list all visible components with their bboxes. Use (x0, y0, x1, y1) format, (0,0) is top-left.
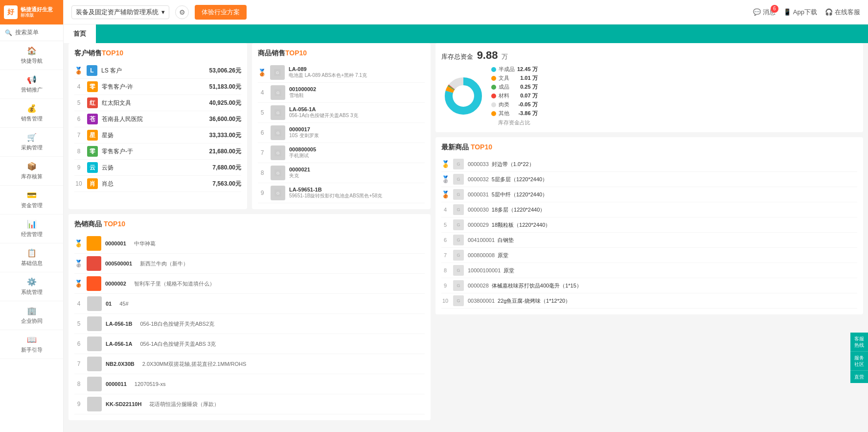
new-product-name: 5层中纤（1220*2440） (492, 191, 548, 198)
sidebar-item-basic-info[interactable]: 📋基础信息 (0, 243, 63, 272)
hot-product-name: 056-1A白色按键开关盖ABS 3克 (140, 340, 216, 348)
sidebar-item-sales[interactable]: 💰销售管理 (0, 99, 63, 128)
new-products-title: 最新商品 TOP10 (441, 143, 857, 152)
direct-button[interactable]: 直营 (850, 371, 868, 383)
new-product-row: 6 G 004100001 白钢垫 (441, 233, 857, 248)
svg-text:G: G (276, 111, 279, 115)
rank-number: 10 (441, 298, 449, 304)
customer-icon: 零 (87, 146, 98, 157)
product-info: 0000021 夹克 (289, 167, 425, 179)
sidebar-item-inventory[interactable]: 📦库存核算 (0, 157, 63, 186)
hot-product-thumbnail (87, 256, 101, 271)
rank-number: 4 (258, 89, 267, 96)
product-rank-row: 6 G 0000017 10S 变刺罗浆 (258, 123, 425, 143)
system-icon: ⚙️ (27, 277, 37, 287)
customer-icon: 苍 (87, 114, 98, 124)
new-product-code: 0000031 (468, 192, 489, 197)
hot-product-name: 新西兰牛肉（新牛） (140, 260, 188, 267)
new-product-name: 白钢垫 (498, 237, 514, 244)
tab-bar: 首页 (64, 24, 868, 43)
hot-product-row: 🥇 0000001 中华神葛 (74, 234, 425, 254)
trial-button[interactable]: 体验行业方案 (195, 5, 247, 20)
new-product-name: 体械嘉枝味苏打饮品400毫升（1*15） (492, 282, 582, 289)
customer-rank-title: 客户销售TOP10 (74, 49, 241, 58)
app-logo: 好 畅捷通好生意 标准版 (0, 0, 63, 24)
rank-number: 8 (74, 148, 83, 155)
rank-number: 4 (74, 83, 83, 90)
online-service-button[interactable]: 🎧 在线客服 (825, 8, 860, 17)
new-product-code: 004100001 (468, 237, 495, 243)
system-selector[interactable]: 装备及固定资产辅助管理系统 ▾ (71, 5, 169, 19)
product-thumbnail: G (271, 166, 285, 180)
customer-rank-panel: 客户销售TOP10 🥉 L LS 客户 53,006.26元 4 零 零售客户-… (69, 43, 247, 209)
new-product-code: 0000032 (468, 176, 489, 182)
legend-value: 1.01 万 (520, 74, 537, 82)
new-product-name: 封边带（1.0*22） (492, 161, 534, 168)
logo-text: 畅捷通好生意 标准版 (21, 6, 53, 19)
tab-home[interactable]: 首页 (64, 24, 96, 43)
sidebar-item-quick-nav[interactable]: 🏠快捷导航 (0, 41, 63, 70)
service-community-button[interactable]: 服务社区 (850, 352, 868, 371)
rank-number: 6 (74, 340, 83, 347)
app-download-button[interactable]: 📱 App下载 (783, 8, 817, 17)
customer-rank-row: 4 零 零售客户-许 51,183.00元 (74, 79, 241, 95)
inventory-total: 库存总资金 9.88 万 (441, 49, 857, 62)
new-product-code: 0000028 (468, 283, 489, 288)
rank-medal: 🥉 (74, 67, 83, 74)
customer-icon: 红 (87, 97, 98, 108)
sidebar-item-guide[interactable]: 📖新手引导 (0, 330, 63, 359)
customer-icon: 云 (87, 162, 98, 173)
inventory-label: 库存资金占比 (491, 119, 538, 126)
rank-number: 4 (441, 207, 449, 213)
messages-button[interactable]: 💬 消息 6 (753, 8, 776, 17)
sidebar-item-marketing[interactable]: 📢营销推广 (0, 70, 63, 99)
hot-product-name: 45# (119, 301, 128, 307)
customer-name: 云扬 (102, 164, 208, 172)
sidebar-item-operation[interactable]: 📊经营管理 (0, 215, 63, 243)
rank-medal: 🥈 (441, 175, 449, 183)
dual-top-panel: 客户销售TOP10 🥉 L LS 客户 53,006.26元 4 零 零售客户-… (69, 43, 431, 209)
new-product-thumbnail: G (453, 235, 464, 245)
new-product-name: 5层多层（1220*2440） (492, 176, 548, 183)
customer-service-button[interactable]: 客服热线 (850, 333, 868, 352)
marketing-icon: 📢 (27, 75, 37, 84)
product-info: 001000002 雪地鞋 (289, 86, 425, 99)
product-thumbnail: G (271, 145, 285, 160)
sidebar-item-enterprise[interactable]: 🏢企业协同 (0, 301, 63, 330)
new-product-thumbnail: G (453, 219, 464, 230)
hot-products-list: 🥇 0000001 中华神葛 🥈 000500001 新西兰牛肉（新牛） 🥉 0… (74, 234, 425, 414)
legend-dot (491, 67, 496, 72)
rank-medal: 🥉 (74, 280, 83, 288)
svg-text:G: G (276, 71, 279, 75)
product-thumbnail: G (271, 125, 285, 140)
svg-text:G: G (276, 131, 279, 135)
new-product-row: 4 G 0000030 18多层（1220*2440） (441, 202, 857, 217)
rank-number: 9 (74, 401, 83, 408)
left-panels: 客户销售TOP10 🥉 L LS 客户 53,006.26元 4 零 零售客户-… (64, 43, 435, 432)
new-product-row: 🥈 G 0000032 5层多层（1220*2440） (441, 172, 857, 187)
inventory-donut-chart (441, 74, 485, 118)
product-rank-list: 🥉 G LA-089 电池盖 LA-089 ABS本色+黑种 7.1克 4 G … (258, 63, 425, 203)
hot-product-row: 🥈 000500001 新西兰牛肉（新牛） (74, 254, 425, 274)
new-product-name: 22g鱼豆腐-烧烤味（1*12*20） (498, 297, 571, 305)
new-product-info: 0000031 5层中纤（1220*2440） (468, 191, 857, 198)
header-right: 💬 消息 6 📱 App下载 🎧 在线客服 (753, 8, 860, 17)
sidebar-item-finance[interactable]: 💳资金管理 (0, 186, 63, 215)
float-buttons: 客服热线 服务社区 直营 (850, 333, 868, 383)
new-product-thumbnail: G (453, 204, 464, 215)
hot-product-row: 4 01 45# (74, 294, 425, 314)
hot-product-name: 056-1B白色按键开关壳ABS2克 (140, 320, 214, 328)
quick-nav-icon: 🏠 (27, 46, 37, 55)
new-product-row: 10 G 003800001 22g鱼豆腐-烧烤味（1*12*20） (441, 293, 857, 309)
product-info: 0000017 10S 变刺罗浆 (289, 126, 425, 139)
legend-item: 肉类 -0.05 万 (491, 101, 538, 108)
sidebar-item-system[interactable]: ⚙️系统管理 (0, 272, 63, 301)
sidebar-item-purchase[interactable]: 🛒采购管理 (0, 128, 63, 157)
hot-product-thumbnail (87, 296, 102, 311)
settings-button[interactable]: ⚙ (175, 5, 189, 19)
customer-icon: 肖 (87, 178, 98, 189)
rank-number: 5 (74, 99, 83, 106)
search-menu-item[interactable]: 🔍 搜索菜单 (0, 24, 63, 41)
rank-number: 6 (74, 116, 83, 122)
hot-product-thumbnail (87, 397, 102, 411)
